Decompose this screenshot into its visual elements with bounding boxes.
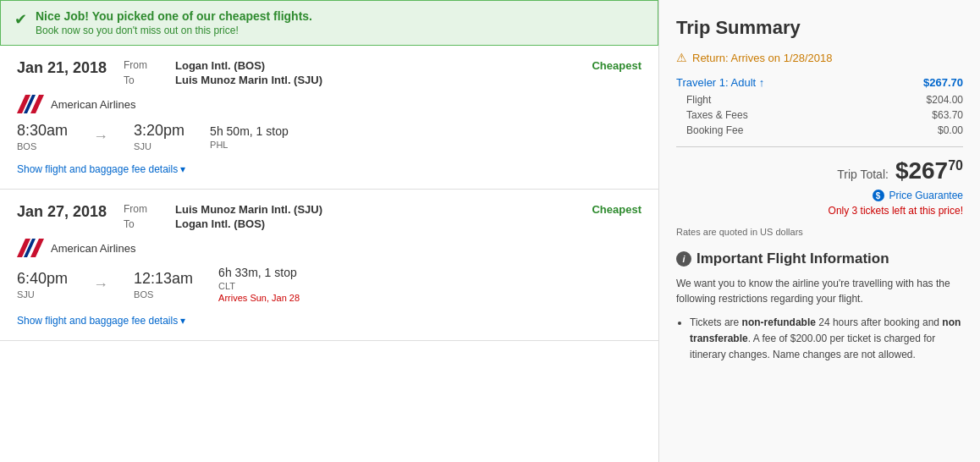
arrives-note-2: Arrives Sun, Jan 28 bbox=[218, 293, 300, 303]
from-to-2: From To bbox=[124, 203, 162, 230]
booking-fee-value: $0.00 bbox=[938, 124, 963, 136]
aa-logo-1 bbox=[17, 95, 44, 113]
info-icon: i bbox=[676, 251, 691, 267]
tickets-left: Only 3 tickets left at this price! bbox=[676, 205, 963, 217]
return-warning-text: Return: Arrives on 1/28/2018 bbox=[692, 52, 833, 64]
taxes-fee-value: $63.70 bbox=[932, 109, 963, 121]
duration-1: 5h 50m, 1 stop bbox=[210, 124, 289, 138]
total-price: $26770 bbox=[895, 157, 963, 184]
from-to-1: From To bbox=[124, 59, 162, 86]
flight-header-1: Jan 21, 2018 From To Logan Intl. (BOS) L… bbox=[17, 59, 641, 86]
taxes-fee-label: Taxes & Fees bbox=[686, 109, 748, 121]
airports-2: Luis Munoz Marin Intl. (SJU) Logan Intl.… bbox=[175, 203, 322, 230]
stop-code-1: PHL bbox=[210, 140, 289, 150]
stop-code-2: CLT bbox=[218, 281, 300, 291]
arrow-icon-1: → bbox=[93, 128, 108, 146]
show-details-1[interactable]: Show flight and baggage fee details ▾ bbox=[17, 163, 185, 175]
airline-name-1: American Airlines bbox=[51, 98, 135, 111]
total-dollars: $267 bbox=[895, 157, 948, 184]
right-panel: Trip Summary ⚠ Return: Arrives on 1/28/2… bbox=[658, 0, 980, 462]
depart-time-2: 6:40pm bbox=[17, 270, 68, 288]
banner-title: Nice Job! You picked one of our cheapest… bbox=[36, 9, 312, 23]
flight-fee-value: $204.00 bbox=[927, 94, 963, 106]
depart-code-1: BOS bbox=[17, 141, 68, 151]
arrive-block-1: 3:20pm SJU bbox=[134, 122, 184, 151]
airports-1: Logan Intl. (BOS) Luis Munoz Marin Intl.… bbox=[175, 59, 322, 86]
from-label-2: From bbox=[124, 203, 162, 215]
depart-block-2: 6:40pm SJU bbox=[17, 270, 68, 300]
banner-subtitle: Book now so you don't miss out on this p… bbox=[36, 25, 312, 36]
flight-date-1: Jan 21, 2018 bbox=[17, 59, 110, 77]
flight-fee-label: Flight bbox=[686, 94, 711, 106]
depart-block-1: 8:30am BOS bbox=[17, 122, 68, 151]
warning-icon: ⚠ bbox=[676, 51, 687, 64]
rates-note: Rates are quoted in US dollars bbox=[676, 227, 963, 237]
important-title-text: Important Flight Information bbox=[696, 250, 889, 267]
left-panel: ✔ Nice Job! You picked one of our cheape… bbox=[0, 0, 658, 462]
important-list: Tickets are non-refundable 24 hours afte… bbox=[676, 315, 963, 364]
flight-card-2: Jan 27, 2018 From To Luis Munoz Marin In… bbox=[0, 190, 658, 341]
total-label: Trip Total: bbox=[837, 168, 889, 181]
from-label-1: From bbox=[124, 59, 162, 71]
divider bbox=[676, 146, 963, 147]
booking-fee-row: Booking Fee $0.00 bbox=[676, 124, 963, 136]
airline-row-2: American Airlines bbox=[17, 239, 641, 257]
banner-text: Nice Job! You picked one of our cheapest… bbox=[36, 9, 312, 36]
arrive-code-2: BOS bbox=[134, 289, 193, 300]
traveler-label: Traveler 1: Adult ↑ bbox=[676, 76, 764, 89]
flight-card-1: Jan 21, 2018 From To Logan Intl. (BOS) L… bbox=[0, 46, 658, 190]
trip-summary-title: Trip Summary bbox=[676, 17, 963, 39]
to-label-2: To bbox=[124, 218, 162, 230]
aa-logo-2 bbox=[17, 239, 44, 257]
to-airport-1: Luis Munoz Marin Intl. (SJU) bbox=[175, 74, 322, 86]
duration-block-2: 6h 33m, 1 stop CLT Arrives Sun, Jan 28 bbox=[218, 266, 300, 303]
check-icon: ✔ bbox=[14, 10, 27, 29]
important-title: i Important Flight Information bbox=[676, 250, 963, 267]
price-guarantee-label: Price Guarantee bbox=[889, 190, 963, 201]
airline-name-2: American Airlines bbox=[51, 242, 135, 255]
price-guarantee-icon: $ bbox=[873, 190, 884, 201]
cheapest-badge-2: Cheapest bbox=[592, 203, 641, 216]
arrive-time-2: 12:13am bbox=[134, 270, 193, 288]
flight-header-2: Jan 27, 2018 From To Luis Munoz Marin In… bbox=[17, 203, 641, 230]
from-airport-2: Luis Munoz Marin Intl. (SJU) bbox=[175, 203, 322, 216]
cheapest-banner: ✔ Nice Job! You picked one of our cheape… bbox=[0, 0, 658, 46]
from-airport-1: Logan Intl. (BOS) bbox=[175, 59, 322, 72]
booking-fee-label: Booking Fee bbox=[686, 124, 743, 136]
to-label-1: To bbox=[124, 74, 162, 86]
arrive-time-1: 3:20pm bbox=[134, 122, 184, 140]
airline-row-1: American Airlines bbox=[17, 95, 641, 113]
arrive-block-2: 12:13am BOS bbox=[134, 270, 193, 300]
flight-fee-row: Flight $204.00 bbox=[676, 94, 963, 106]
show-details-2[interactable]: Show flight and baggage fee details ▾ bbox=[17, 315, 185, 327]
duration-2: 6h 33m, 1 stop bbox=[218, 266, 300, 279]
total-row: Trip Total: $26770 bbox=[676, 157, 963, 184]
traveler-row: Traveler 1: Adult ↑ $267.70 bbox=[676, 76, 963, 89]
important-item: Tickets are non-refundable 24 hours afte… bbox=[690, 315, 963, 364]
important-intro: We want you to know the airline you're t… bbox=[676, 276, 963, 306]
arrive-code-1: SJU bbox=[134, 141, 184, 151]
flight-times-2: 6:40pm SJU → 12:13am BOS 6h 33m, 1 stop … bbox=[17, 266, 641, 303]
depart-time-1: 8:30am bbox=[17, 122, 68, 140]
traveler-price: $267.70 bbox=[923, 76, 963, 89]
cheapest-badge-1: Cheapest bbox=[592, 59, 641, 72]
flight-times-1: 8:30am BOS → 3:20pm SJU 5h 50m, 1 stop P… bbox=[17, 122, 641, 151]
duration-block-1: 5h 50m, 1 stop PHL bbox=[210, 124, 289, 150]
price-guarantee: $ Price Guarantee bbox=[676, 190, 963, 201]
return-warning: ⚠ Return: Arrives on 1/28/2018 bbox=[676, 51, 963, 64]
flight-date-2: Jan 27, 2018 bbox=[17, 203, 110, 221]
arrow-icon-2: → bbox=[93, 276, 108, 294]
total-cents: 70 bbox=[948, 158, 963, 173]
to-airport-2: Logan Intl. (BOS) bbox=[175, 217, 322, 230]
taxes-fee-row: Taxes & Fees $63.70 bbox=[676, 109, 963, 121]
depart-code-2: SJU bbox=[17, 289, 68, 300]
